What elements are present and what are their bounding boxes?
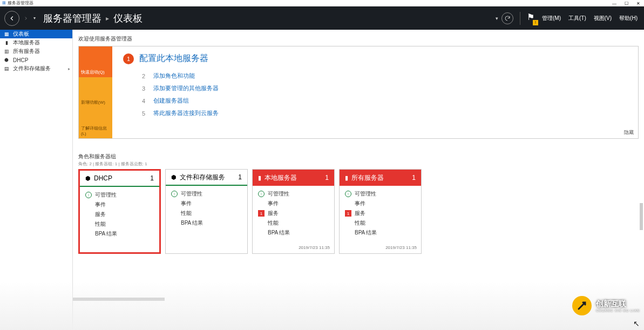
tile-title: 本地服务器 [265,173,297,183]
step-link[interactable]: 添加角色和功能 [153,72,195,80]
sidebar-item-file-storage[interactable]: ▤ 文件和存储服务 ▸ [0,64,72,73]
sidebar-item-label: 文件和存储服务 [13,65,51,72]
quickstart-body: 1 配置此本地服务器 2添加角色和功能3添加要管理的其他服务器4创建服务器组5将… [112,46,638,138]
tile-row[interactable]: 事件 [345,200,416,207]
quickstart-step[interactable]: 2添加角色和功能 [139,72,627,80]
tile-row[interactable]: 事件 [85,201,154,208]
tile-row-label: 性能 [181,210,192,217]
close-button[interactable]: ✕ [632,0,644,6]
menu-view[interactable]: 视图(V) [592,15,614,22]
watermark: 创新互联 CHUANG XIN HU LIAN [572,295,644,316]
tile-row[interactable]: 性能 [85,220,154,228]
configure-local-server-link[interactable]: 配置此本地服务器 [139,53,208,64]
horizontal-scrollbar[interactable] [73,298,639,301]
step-link[interactable]: 将此服务器连接到云服务 [153,109,219,117]
watermark-logo-icon [572,296,592,315]
tile-timestamp: 2019/7/23 11:35 [299,245,330,250]
vertical-scrollbar[interactable] [640,30,643,281]
notifications-flag-icon[interactable]: ! [527,12,537,25]
tile-row-label: 性能 [355,219,365,227]
tile-header: ⬢ 文件和存储服务 1 [166,170,247,186]
nav-dropdown-icon[interactable]: ▾ [33,16,38,21]
quickstart-tabs: 快速启动(Q) 新增功能(W) 了解详细信息(L) [79,46,112,138]
sidebar-item-local-server[interactable]: ▮ 本地服务器 [0,38,72,47]
watermark-text: 创新互联 [596,299,640,309]
tile-row[interactable]: ↑可管理性 [258,190,329,198]
error-badge-icon: 1 [258,210,265,217]
welcome-title: 欢迎使用服务器管理器 [78,35,639,43]
step-number: 5 [139,110,148,117]
tile-row[interactable]: BPA 结果 [345,229,416,237]
tile-row[interactable]: 性能 [258,219,329,227]
tile-row-label: 服务 [355,210,365,217]
tile-row[interactable]: ↑可管理性 [85,191,154,199]
tile-row-label: 事件 [355,200,365,207]
tile-row-label: BPA 结果 [95,230,118,238]
tile-row[interactable]: BPA 结果 [258,229,329,237]
step-link[interactable]: 添加要管理的其他服务器 [153,84,219,92]
menu-help[interactable]: 帮助(H) [617,15,640,22]
tile-row[interactable]: BPA 结果 [171,219,242,227]
tab-whatsnew[interactable]: 新增功能(W) [79,77,112,108]
sidebar-item-dhcp[interactable]: ⬢ DHCP [0,56,72,64]
dhcp-icon: ⬢ [3,57,10,63]
tile-row[interactable]: 1服务 [258,210,329,217]
maximize-button[interactable]: ☐ [620,0,632,6]
refresh-button[interactable] [501,12,513,24]
tile-type-icon: ⬢ [85,175,91,182]
tab-learnmore[interactable]: 了解详细信息(L) [79,107,112,138]
role-tile[interactable]: ▮ 所有服务器 1 ↑可管理性事件1服务性能BPA 结果2019/7/23 11… [339,169,422,254]
tile-header: ▮ 所有服务器 1 [340,170,421,186]
tile-row[interactable]: 事件 [258,200,329,207]
tile-row-label: 服务 [95,211,106,218]
menu-manage[interactable]: 管理(M) [540,15,563,22]
sidebar-item-all-servers[interactable]: ▥ 所有服务器 [0,47,72,56]
breadcrumb-root[interactable]: 服务器管理器 [43,12,101,25]
tile-row-label: 可管理性 [181,190,202,198]
tile-row-label: BPA 结果 [268,229,290,237]
breadcrumb-page[interactable]: 仪表板 [113,12,143,25]
role-tile[interactable]: ⬢ DHCP 1 ↑可管理性事件服务性能BPA 结果 [78,169,161,254]
tile-row[interactable]: 性能 [345,219,416,227]
quickstart-step-1[interactable]: 1 配置此本地服务器 [123,53,627,64]
tile-row[interactable]: 性能 [171,210,242,217]
tile-row[interactable]: 1服务 [345,210,416,217]
step-number-badge: 1 [123,53,134,64]
nav-back-button[interactable] [4,11,19,26]
tile-header: ▮ 本地服务器 1 [253,170,334,186]
quickstart-step[interactable]: 3添加要管理的其他服务器 [139,84,627,92]
warning-badge-icon: ! [533,20,538,25]
app-icon: ⊞ [2,1,6,5]
role-tile[interactable]: ⬢ 文件和存储服务 1 ↑可管理性事件性能BPA 结果 [165,169,248,254]
sidebar-item-dashboard[interactable]: ▦ 仪表板 [0,30,72,38]
tile-row[interactable]: 服务 [85,211,154,218]
tile-row[interactable]: 事件 [171,200,242,207]
watermark-subtext: CHUANG XIN HU LIAN [596,309,640,312]
tile-row[interactable]: ↑可管理性 [345,190,416,198]
roles-section-title: 角色和服务器组 [78,153,639,160]
quickstart-step[interactable]: 4创建服务器组 [139,97,627,105]
tile-count: 1 [412,174,416,181]
quickstart-step[interactable]: 5将此服务器连接到云服务 [139,109,627,117]
server-icon: ▮ [3,39,10,46]
tile-count: 1 [325,174,329,181]
window-title: 服务器管理器 [8,0,33,6]
minimize-button[interactable]: — [608,0,620,6]
hide-link[interactable]: 隐藏 [624,129,634,136]
tiles-row: ⬢ DHCP 1 ↑可管理性事件服务性能BPA 结果 ⬢ 文件和存储服务 1 ↑… [78,169,639,254]
sidebar-item-label: 所有服务器 [13,48,40,55]
step-link[interactable]: 创建服务器组 [153,97,189,105]
menu-tools[interactable]: 工具(T) [566,15,588,22]
chevron-right-icon: ▸ [106,15,109,22]
tile-row-label: 可管理性 [268,190,289,198]
main: ▦ 仪表板 ▮ 本地服务器 ▥ 所有服务器 ⬢ DHCP ▤ 文件和存储服务 ▸… [0,30,644,330]
ok-icon: ↑ [258,191,265,197]
role-tile[interactable]: ▮ 本地服务器 1 ↑可管理性事件1服务性能BPA 结果2019/7/23 11… [252,169,335,254]
tile-row[interactable]: BPA 结果 [85,230,154,238]
header-dropdown-icon[interactable]: ▾ [496,16,498,21]
tile-title: 所有服务器 [351,173,384,183]
tile-timestamp: 2019/7/23 11:35 [385,245,417,250]
tab-quickstart[interactable]: 快速启动(Q) [79,46,112,77]
nav-forward-button[interactable] [22,14,30,23]
tile-row[interactable]: ↑可管理性 [171,190,242,198]
